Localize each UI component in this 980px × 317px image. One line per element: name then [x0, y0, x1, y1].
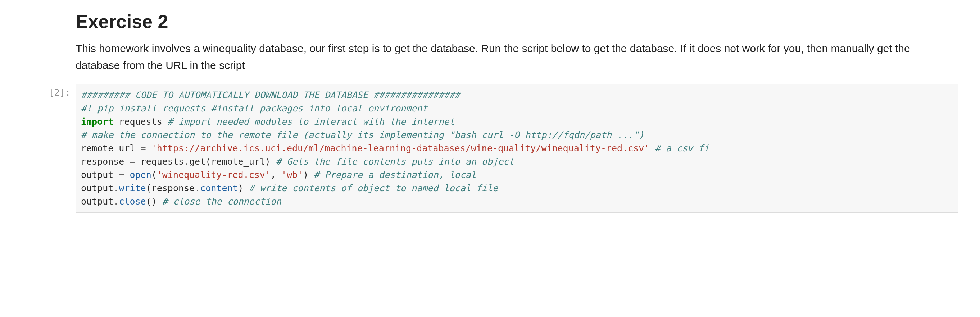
code-content[interactable]: ######### CODE TO AUTOMATICALLY DOWNLOAD… [81, 89, 953, 208]
code-token: import [81, 116, 113, 127]
code-token: = [119, 170, 124, 180]
code-token: content [200, 183, 238, 193]
code-token: (response [146, 183, 195, 193]
code-token: # Gets the file contents puts into an ob… [276, 156, 514, 167]
code-token [124, 170, 129, 180]
code-token: . [113, 183, 119, 193]
code-token: () [146, 196, 162, 207]
code-input-area[interactable]: ######### CODE TO AUTOMATICALLY DOWNLOAD… [76, 84, 958, 213]
heading-exercise: Exercise 2 [76, 11, 944, 32]
code-token: requests [113, 116, 168, 127]
code-token: # close the connection [162, 196, 282, 207]
code-cell: [2]: ######### CODE TO AUTOMATICALLY DOW… [22, 84, 958, 213]
code-token: ) [303, 170, 314, 180]
code-token: # import needed modules to interact with… [168, 116, 455, 127]
markdown-cell: Exercise 2 This homework involves a wine… [76, 11, 944, 74]
code-token: output [81, 170, 119, 180]
code-token: requests [135, 156, 184, 167]
code-token: 'winequality-red.csv' [157, 170, 270, 180]
code-token: output [81, 196, 113, 207]
code-token: write [119, 183, 146, 193]
code-token: # a csv fi [655, 143, 709, 154]
code-token: ( [151, 170, 157, 180]
code-token: . [195, 183, 200, 193]
code-token: 'https://archive.ics.uci.edu/ml/machine-… [151, 143, 650, 154]
code-token: . [184, 156, 189, 167]
notebook: Exercise 2 This homework involves a wine… [0, 0, 980, 227]
code-token: # Prepare a destination, local [314, 170, 476, 180]
code-token: ) [238, 183, 249, 193]
code-token: = [129, 156, 135, 167]
code-token: close [119, 196, 146, 207]
code-token: open [129, 170, 151, 180]
code-token: output [81, 183, 113, 193]
code-token: response [81, 156, 129, 167]
code-token [146, 143, 151, 154]
code-token [649, 143, 655, 154]
code-token: # write contents of object to named loca… [249, 183, 498, 193]
code-token: . [113, 196, 119, 207]
code-token: = [141, 143, 146, 154]
code-token: remote_url [81, 143, 141, 154]
input-prompt: [2]: [22, 84, 76, 98]
intro-paragraph: This homework involves a winequality dat… [76, 40, 944, 74]
code-token: #! pip install requests #install package… [81, 103, 427, 114]
code-token: get(remote_url) [189, 156, 276, 167]
code-token: , [270, 170, 282, 180]
code-token: # make the connection to the remote file… [81, 130, 644, 140]
code-token: ######### CODE TO AUTOMATICALLY DOWNLOAD… [81, 90, 460, 100]
code-token: 'wb' [282, 170, 303, 180]
